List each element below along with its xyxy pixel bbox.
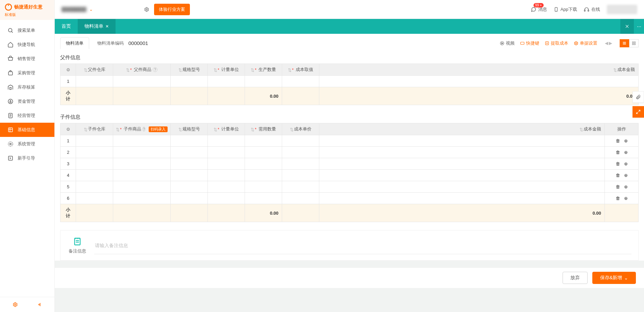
discard-button[interactable]: 放弃	[563, 272, 588, 284]
add-row-icon[interactable]: ⊕	[624, 150, 628, 155]
parent-col-product[interactable]: ⇅*父件商品?	[113, 64, 171, 76]
view-card-button[interactable]	[629, 39, 639, 47]
close-all-tabs-button[interactable]	[620, 19, 634, 34]
collapse-sidebar-icon[interactable]	[36, 302, 42, 307]
tabs-more-button[interactable]: ⋯	[634, 19, 644, 34]
sidebar-item-guide[interactable]: 新手引导	[0, 151, 54, 165]
sidebar-item-label: 采购管理	[18, 70, 35, 76]
sidebar: 畅捷通好生意 标准版 搜索菜单快捷导航销售管理采购管理库存核算资金管理经营管理基…	[0, 0, 55, 312]
svg-rect-4	[8, 72, 13, 75]
delete-row-icon[interactable]: 🗑	[616, 173, 620, 178]
table-row[interactable]: 6🗑⊕	[60, 193, 639, 204]
add-row-icon[interactable]: ⊕	[624, 138, 628, 143]
org-selector[interactable]: ████████ ⌄	[61, 7, 139, 12]
add-row-icon[interactable]: ⊕	[624, 184, 628, 189]
delete-row-icon[interactable]: 🗑	[616, 161, 620, 166]
tab-1[interactable]: 物料清单✕	[78, 19, 116, 34]
expand-button[interactable]	[633, 106, 644, 118]
industry-plan-button[interactable]: 体验行业方案	[154, 4, 190, 15]
table-row[interactable]: 2🗑⊕	[60, 147, 639, 158]
add-row-icon[interactable]: ⊕	[624, 196, 628, 201]
sidebar-item-data[interactable]: 基础信息	[0, 123, 54, 137]
table-row[interactable]: 1	[60, 76, 639, 87]
add-row-icon[interactable]: ⊕	[624, 161, 628, 166]
video-help-button[interactable]: 视频	[500, 40, 515, 46]
extract-icon	[545, 41, 549, 46]
parent-col-settings[interactable]: ⚙	[60, 64, 76, 76]
app-download-button[interactable]: App下载	[554, 6, 577, 13]
sidebar-item-money[interactable]: 资金管理	[0, 94, 54, 109]
sidebar-item-sys[interactable]: 系统管理	[0, 137, 54, 151]
table-row[interactable]: 5🗑⊕	[60, 181, 639, 193]
online-support-button[interactable]: 在线	[584, 6, 600, 13]
sheet-settings-button[interactable]: 单据设置	[574, 40, 597, 46]
prev-record-button[interactable]: ◀	[605, 41, 608, 46]
scan-input-button[interactable]: 扫码录入	[149, 126, 168, 132]
child-col-unit[interactable]: ⇅*计量单位	[208, 123, 245, 135]
delete-row-icon[interactable]: 🗑	[616, 196, 620, 201]
svg-rect-23	[588, 10, 589, 11]
help-icon[interactable]: ?	[153, 67, 157, 72]
view-list-button[interactable]	[620, 39, 629, 47]
parent-col-qty[interactable]: ⇅*生产数量	[245, 64, 282, 76]
svg-rect-35	[623, 43, 626, 44]
child-col-product[interactable]: ⇅*子件商品?扫码录入	[113, 123, 171, 135]
child-col-spec[interactable]: ⇅规格型号	[171, 123, 208, 135]
svg-rect-5	[10, 88, 11, 90]
org-settings-icon[interactable]	[144, 7, 149, 12]
stock-icon	[7, 84, 14, 90]
parent-col-unit[interactable]: ⇅*计量单位	[208, 64, 245, 76]
child-col-qty[interactable]: ⇅*需用数量	[245, 123, 282, 135]
attachment-button[interactable]	[633, 91, 644, 103]
sidebar-item-label: 基础信息	[18, 127, 35, 133]
svg-rect-40	[634, 44, 636, 45]
delete-row-icon[interactable]: 🗑	[616, 138, 620, 143]
sheet-tab[interactable]: 物料清单	[60, 37, 89, 49]
close-tab-icon[interactable]: ✕	[105, 24, 109, 29]
note-icon	[73, 237, 82, 246]
sidebar-item-label: 库存核算	[18, 84, 35, 90]
sidebar-item-search[interactable]: 搜索菜单	[0, 23, 54, 38]
table-row[interactable]: 4🗑⊕	[60, 170, 639, 181]
sidebar-item-stock[interactable]: 库存核算	[0, 80, 54, 94]
delete-row-icon[interactable]: 🗑	[616, 184, 620, 189]
sidebar-item-doc[interactable]: 经营管理	[0, 109, 54, 123]
child-col-costprice[interactable]: ⇅成本单价	[282, 123, 319, 135]
parent-col-costpick[interactable]: ⇅*成本取值	[282, 64, 319, 76]
settings-gear-icon[interactable]	[13, 302, 18, 307]
remark-block: 备注信息	[60, 230, 639, 261]
child-col-settings[interactable]: ⚙	[60, 123, 76, 135]
next-record-button[interactable]: ▶	[609, 41, 612, 46]
help-icon[interactable]: ?	[143, 127, 145, 131]
svg-point-19	[146, 9, 147, 10]
parent-col-costamt[interactable]: ⇅成本金额	[319, 64, 639, 76]
shortcut-button[interactable]: 快捷键	[520, 40, 539, 46]
child-col-costamt[interactable]: ⇅成本金额	[319, 123, 605, 135]
tab-0[interactable]: 首页	[55, 19, 78, 34]
svg-rect-37	[633, 42, 634, 43]
sidebar-item-home[interactable]: 快捷导航	[0, 38, 54, 52]
parent-col-warehouse[interactable]: ⇅父件仓库	[76, 64, 113, 76]
chat-icon	[531, 7, 536, 12]
topbar: ████████ ⌄ 体验行业方案 99 + 消息 App下载 在线	[55, 0, 644, 19]
remark-input[interactable]	[94, 237, 631, 254]
keyboard-icon	[520, 41, 525, 46]
table-row[interactable]: 1🗑⊕	[60, 135, 639, 147]
extract-cost-button[interactable]: 提取成本	[545, 40, 568, 46]
sidebar-item-cart[interactable]: 销售管理	[0, 52, 54, 66]
sidebar-item-bag[interactable]: 采购管理	[0, 66, 54, 80]
logo-text: 畅捷通好生意	[14, 4, 43, 10]
add-row-icon[interactable]: ⊕	[624, 173, 628, 178]
user-avatar[interactable]	[607, 5, 637, 14]
delete-row-icon[interactable]: 🗑	[616, 150, 620, 155]
table-row[interactable]: 3🗑⊕	[60, 158, 639, 170]
save-and-new-button[interactable]: 保存&新增 ⌄	[592, 272, 636, 284]
messages-button[interactable]: 99 + 消息	[531, 6, 547, 13]
svg-rect-34	[623, 42, 626, 43]
parent-col-spec[interactable]: ⇅规格型号	[171, 64, 208, 76]
guide-icon	[7, 155, 14, 161]
chevron-down-icon: ⌄	[624, 275, 628, 281]
footer-actions: 放弃 保存&新增 ⌄	[55, 267, 644, 288]
record-nav: ◀ ▶	[603, 41, 614, 46]
child-col-warehouse[interactable]: ⇅子件仓库	[76, 123, 113, 135]
